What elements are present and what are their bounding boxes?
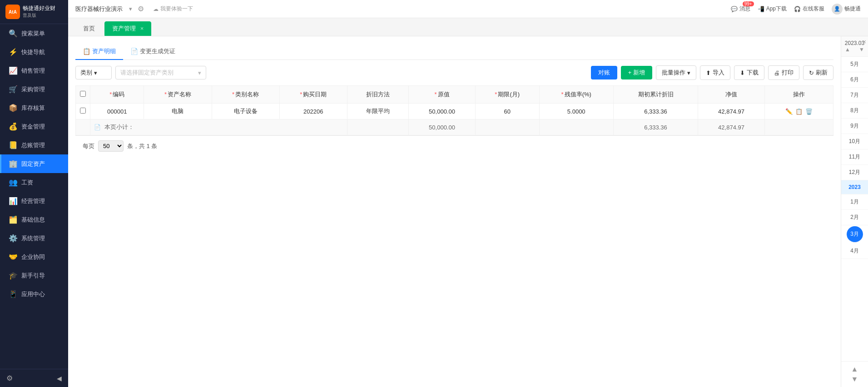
sidebar-scroll: 🔍 搜索菜单 ⚡ 快捷导航 📈 销售管理 🛒 采购管理 📦 库存核算 💰 资金管… [0,24,68,369]
calendar-panel: 2023.03 ▲ ▼ × 5月 6月 7月 8月 9月 10月 11月 12月… [841,36,868,387]
download-button[interactable]: ⬇ 下载 [734,65,764,80]
messages-item[interactable]: 💬 消息 99+ [731,5,750,13]
per-page-label: 每页 [83,142,94,150]
category-select[interactable]: 类别 ▾ [75,66,112,79]
payroll-icon: 👥 [9,178,18,187]
print-button[interactable]: 🖨 打印 [768,65,799,80]
subtotal-row: 📄 本页小计： 50,000.00 6,333.36 42,874.97 [76,119,833,135]
cal-month-10[interactable]: 10月 [841,134,868,149]
nav-tab-assets[interactable]: 资产管理 × [104,21,151,36]
row-checkbox[interactable] [80,108,86,114]
app-logo-text: 畅捷通好业财 [23,5,55,12]
cal-prev-icon[interactable]: ▲ [845,46,850,53]
sidebar-item-sales-label: 销售管理 [21,67,45,75]
batch-dropdown-icon: ▾ [687,69,690,76]
category-placeholder: 请选择固定资产类别 [120,69,174,77]
cal-up-arrow[interactable]: ▲ [851,365,858,373]
subtotal-net: 42,874.97 [698,119,765,135]
header-checkbox[interactable] [76,86,90,104]
page-content: 📋 资产明细 📄 变更生成凭证 类别 ▾ 请选择固定资产类别 [68,36,868,387]
download-icon: 📲 [758,6,764,12]
edit-icon[interactable]: ✏️ [785,108,793,115]
sidebar-item-ledger[interactable]: 📒 总账管理 [0,136,68,154]
sidebar-item-inventory[interactable]: 📦 库存核算 [0,99,68,117]
cal-month-9[interactable]: 9月 [841,119,868,134]
sidebar-item-basic[interactable]: 🗂️ 基础信息 [0,210,68,229]
sub-tabs: 📋 资产明细 📄 变更生成凭证 [75,44,833,60]
collapse-icon[interactable]: ◀ [57,375,62,382]
cal-down-arrow[interactable]: ▼ [851,375,858,383]
category-value-select[interactable]: 请选择固定资产类别 ▾ [115,66,206,79]
new-button[interactable]: + 新增 [621,66,652,79]
refresh-icon: ↻ [809,69,814,76]
flash-icon: ⚡ [9,48,18,56]
sub-tab-voucher[interactable]: 📄 变更生成凭证 [123,44,183,60]
sub-tab-asset-detail[interactable]: 📋 资产明细 [75,44,123,60]
sidebar-item-payroll[interactable]: 👥 工资 [0,173,68,192]
cloud-icon: ☁ [153,6,159,12]
experience-hint[interactable]: ☁ 我要体验一下 [153,5,193,13]
cal-month-12[interactable]: 12月 [841,165,868,180]
refresh-button[interactable]: ↻ 刷新 [803,65,833,80]
sidebar-item-enterprise[interactable]: 🤝 企业协同 [0,248,68,266]
subtotal-icon: 📄 [94,124,101,130]
basic-icon: 🗂️ [9,215,18,224]
sidebar-item-purchase[interactable]: 🛒 采购管理 [0,80,68,99]
operations-icon: 📊 [9,197,18,205]
sidebar-item-assets[interactable]: 🏢 固定资产 [0,154,68,173]
duizhang-button[interactable]: 对账 [591,66,617,79]
cal-next-icon[interactable]: ▼ [859,46,864,53]
sidebar-item-system-label: 系统管理 [21,234,45,243]
copy-icon[interactable]: 📋 [795,108,803,115]
sidebar-item-system[interactable]: ⚙️ 系统管理 [0,229,68,248]
cell-code: 000001 [90,104,144,119]
sidebar-item-guide[interactable]: 🎓 新手引导 [0,266,68,285]
cal-month-6[interactable]: 6月 [841,72,868,88]
nav-tab-home[interactable]: 首页 [75,21,103,36]
app-download-item[interactable]: 📲 App下载 [758,5,787,13]
sidebar-item-app-center[interactable]: 📱 应用中心 [0,285,68,303]
settings-icon[interactable]: ⚙ [6,374,13,382]
company-dropdown-icon[interactable]: ▾ [129,5,132,12]
topbar-settings-icon[interactable]: ⚙ [138,5,144,13]
header-method: 折旧方法 [347,86,408,104]
page-size-select[interactable]: 50 100 200 [98,140,124,152]
cal-month-8[interactable]: 8月 [841,103,868,119]
cal-month-4[interactable]: 4月 [841,243,868,259]
select-dropdown-icon: ▾ [198,69,201,76]
batch-ops-button[interactable]: 批量操作 ▾ [656,65,696,80]
cal-month-5[interactable]: 5月 [841,57,868,72]
select-all-checkbox[interactable] [80,91,86,97]
cell-date: 202206 [279,104,347,119]
sidebar-item-app-center-label: 应用中心 [21,290,45,298]
close-calendar-icon[interactable]: × [863,38,866,45]
sidebar-item-inventory-label: 库存核算 [21,104,45,112]
online-service-item[interactable]: 🎧 在线客服 [794,5,824,13]
user-area[interactable]: 👤 畅捷通 [832,4,861,15]
cal-month-3-current[interactable]: 3月 [847,226,863,243]
sidebar-item-funds[interactable]: 💰 资金管理 [0,117,68,136]
system-icon: ⚙️ [9,234,18,243]
app-logo-sub: 普及版 [23,12,55,19]
cal-month-7[interactable]: 7月 [841,88,868,103]
subtotal-original: 50,000.00 [409,119,476,135]
sidebar-item-assets-label: 固定资产 [21,160,45,168]
cal-month-11[interactable]: 11月 [841,149,868,165]
close-tab-icon[interactable]: × [140,25,144,32]
cell-original-value: 50,000.00 [409,104,476,119]
cal-month-2[interactable]: 2月 [841,210,868,225]
sidebar-item-quicknav[interactable]: ⚡ 快捷导航 [0,43,68,61]
company-name: 医疗器械行业演示 [75,5,123,13]
filter-row: 类别 ▾ 请选择固定资产类别 ▾ [75,66,206,79]
sidebar: AtA 畅捷通好业财 普及版 🔍 搜索菜单 ⚡ 快捷导航 📈 销售管理 🛒 采购… [0,0,68,387]
table-row: 000001 电脑 电子设备 202206 年限平均 50,000.00 60 … [76,104,833,119]
cal-month-1[interactable]: 1月 [841,194,868,210]
delete-icon[interactable]: 🗑️ [805,108,813,115]
cell-name: 电脑 [144,104,212,119]
import-button[interactable]: ⬆ 导入 [700,65,730,80]
sidebar-item-operations[interactable]: 📊 经营管理 [0,192,68,210]
sidebar-item-sales[interactable]: 📈 销售管理 [0,61,68,80]
sidebar-item-search[interactable]: 🔍 搜索菜单 [0,24,68,43]
sidebar-item-funds-label: 资金管理 [21,123,45,131]
detail-tab-icon: 📋 [83,48,90,55]
